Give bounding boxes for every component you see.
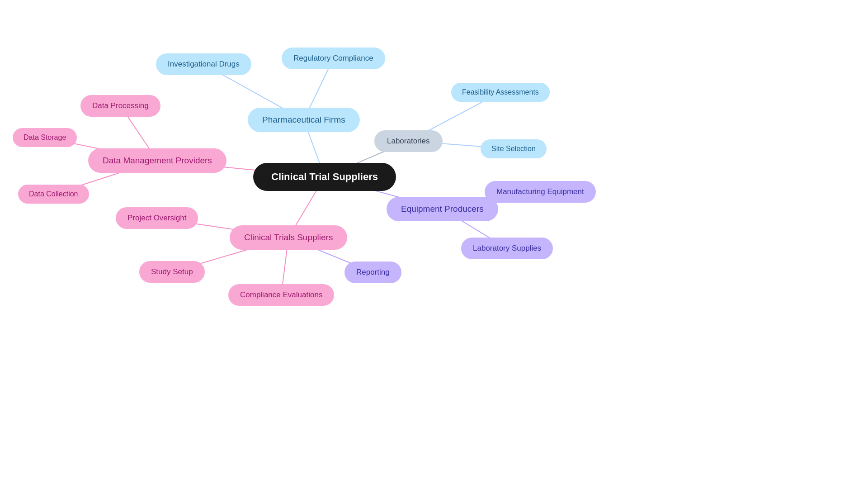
- node-manuf-equip[interactable]: Manufacturing Equipment: [485, 181, 596, 203]
- node-labs[interactable]: Laboratories: [374, 130, 443, 152]
- node-data-stor[interactable]: Data Storage: [13, 128, 77, 147]
- node-data-coll[interactable]: Data Collection: [18, 185, 89, 204]
- node-data-mgmt[interactable]: Data Management Providers: [88, 148, 226, 173]
- node-inv-drugs[interactable]: Investigational Drugs: [156, 53, 251, 75]
- node-lab-supp[interactable]: Laboratory Supplies: [461, 238, 553, 259]
- center-node[interactable]: Clinical Trial Suppliers: [253, 163, 396, 191]
- node-feasibility[interactable]: Feasibility Assessments: [451, 83, 550, 102]
- node-study-setup[interactable]: Study Setup: [139, 261, 205, 283]
- node-proj-over[interactable]: Project Oversight: [116, 207, 198, 229]
- node-reg-comp[interactable]: Regulatory Compliance: [282, 48, 385, 69]
- node-site-sel[interactable]: Site Selection: [481, 139, 547, 158]
- node-equip-prod[interactable]: Equipment Producers: [387, 197, 498, 221]
- node-clin-trials[interactable]: Clinical Trials Suppliers: [230, 225, 347, 250]
- node-pharma[interactable]: Pharmaceutical Firms: [248, 108, 360, 132]
- node-comp-eval[interactable]: Compliance Evaluations: [228, 284, 334, 306]
- node-reporting[interactable]: Reporting: [344, 262, 401, 283]
- node-data-proc[interactable]: Data Processing: [80, 95, 160, 117]
